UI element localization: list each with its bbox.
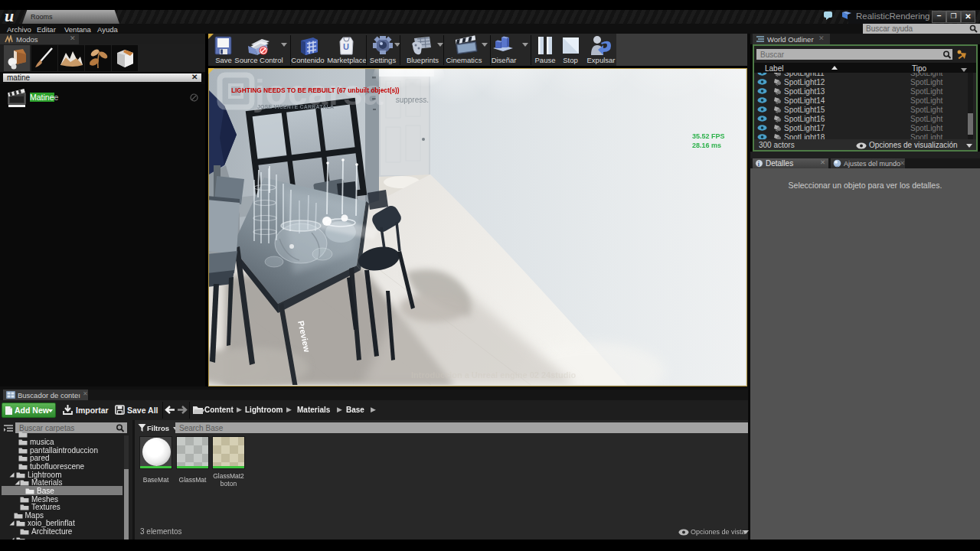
svg-text:LIGHTING NEEDS TO BE REBUILT (: LIGHTING NEEDS TO BE REBUILT (67 unbuilt… bbox=[231, 86, 400, 94]
svg-text:Introduccion a Unreal engine 0: Introduccion a Unreal engine 02 24studio bbox=[411, 370, 576, 380]
svg-text:28.16 ms: 28.16 ms bbox=[692, 142, 721, 149]
svg-text:JOSE VICENTE CARRATALA: JOSE VICENTE CARRATALA bbox=[257, 104, 334, 109]
svg-text:U: U bbox=[343, 42, 349, 51]
svg-text:35.52 FPS: 35.52 FPS bbox=[692, 132, 725, 140]
svg-text:u: u bbox=[5, 8, 14, 24]
svg-text:suppress.: suppress. bbox=[396, 96, 429, 104]
